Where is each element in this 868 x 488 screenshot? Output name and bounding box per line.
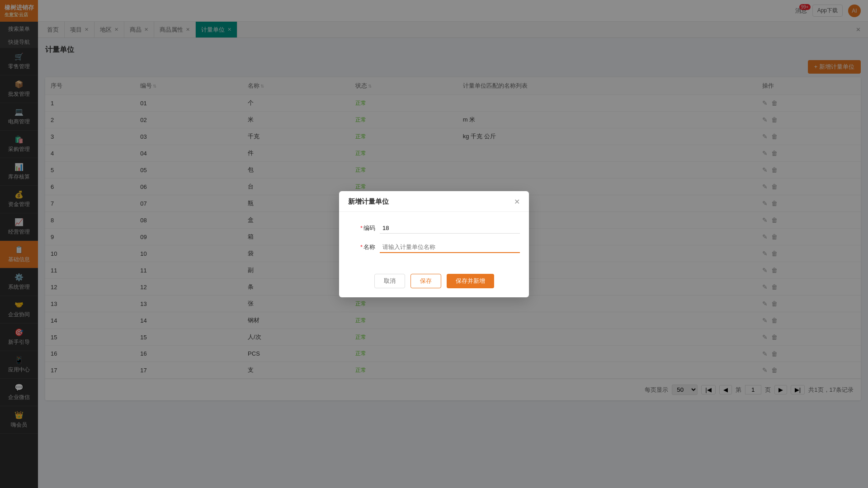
name-label: *名称 bbox=[348, 243, 375, 251]
cancel-button[interactable]: 取消 bbox=[374, 274, 405, 288]
save-button[interactable]: 保存 bbox=[410, 274, 441, 288]
modal-overlay: 新增计量单位 ✕ *编码 *名称 取消 保存 保存并新增 bbox=[0, 0, 868, 488]
name-input[interactable] bbox=[380, 242, 520, 253]
name-form-row: *名称 bbox=[348, 242, 520, 253]
modal-body: *编码 *名称 bbox=[339, 212, 529, 268]
modal-close-button[interactable]: ✕ bbox=[514, 197, 520, 206]
code-input[interactable] bbox=[380, 223, 520, 234]
modal-footer: 取消 保存 保存并新增 bbox=[339, 268, 529, 297]
modal-header: 新增计量单位 ✕ bbox=[339, 191, 529, 212]
add-unit-modal: 新增计量单位 ✕ *编码 *名称 取消 保存 保存并新增 bbox=[339, 191, 529, 297]
code-label: *编码 bbox=[348, 224, 375, 232]
modal-title: 新增计量单位 bbox=[348, 197, 389, 206]
code-form-row: *编码 bbox=[348, 223, 520, 234]
save-and-new-button[interactable]: 保存并新增 bbox=[447, 274, 494, 288]
